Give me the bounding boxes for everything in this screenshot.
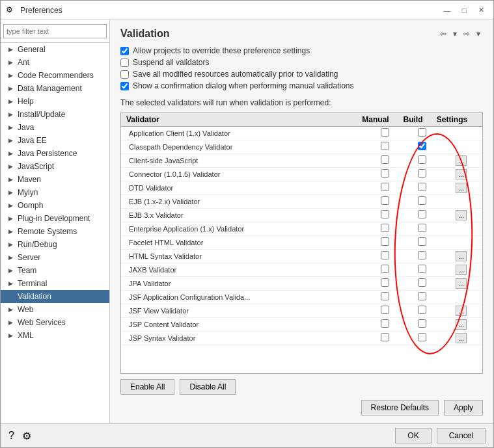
- sidebar-item-remote-systems[interactable]: ▶Remote Systems: [1, 225, 109, 238]
- sidebar-item-ant[interactable]: ▶Ant: [1, 56, 109, 69]
- sidebar-item-java[interactable]: ▶Java: [1, 121, 109, 134]
- back-button[interactable]: ⇦: [437, 28, 449, 40]
- manual-checkbox[interactable]: [381, 237, 389, 246]
- sidebar-item-run-debug[interactable]: ▶Run/Debug: [1, 238, 109, 251]
- build-checkbox[interactable]: [418, 155, 426, 164]
- build-checkbox[interactable]: [418, 319, 426, 328]
- build-checkbox[interactable]: [418, 142, 426, 150]
- manual-checkbox[interactable]: [381, 142, 389, 150]
- build-checkbox[interactable]: [418, 196, 426, 205]
- settings-button[interactable]: ...: [456, 183, 466, 193]
- settings-button[interactable]: ...: [456, 155, 466, 166]
- forward-button[interactable]: ⇨: [461, 28, 473, 40]
- nav-list: ▶General▶Ant▶Code Recommenders▶Data Mana…: [1, 43, 109, 423]
- settings-button[interactable]: ...: [456, 251, 466, 261]
- settings-icon[interactable]: ⚙: [22, 430, 31, 442]
- manual-checkbox[interactable]: [381, 155, 389, 164]
- checkbox-row-0: Allow projects to override these prefere…: [120, 46, 483, 55]
- build-checkbox[interactable]: [418, 169, 426, 178]
- table-header: Validator Manual Build Settings: [121, 113, 482, 127]
- sidebar-item-web[interactable]: ▶Web: [1, 303, 109, 316]
- cancel-button[interactable]: Cancel: [437, 428, 486, 443]
- settings-button[interactable]: ...: [456, 210, 466, 220]
- nav-arrow-icon: ▶: [8, 176, 15, 183]
- search-input[interactable]: [3, 24, 107, 38]
- sidebar-item-install-update[interactable]: ▶Install/Update: [1, 108, 109, 121]
- nav-arrow-icon: ▶: [8, 228, 15, 235]
- checkbox-row-3: Show a confirmation dialog when performi…: [120, 81, 483, 90]
- checkbox-row-2: Save all modified resources automaticall…: [120, 70, 483, 79]
- build-checkbox[interactable]: [418, 306, 426, 314]
- restore-defaults-button[interactable]: Restore Defaults: [361, 400, 439, 415]
- manual-checkbox[interactable]: [381, 333, 389, 341]
- settings-button[interactable]: ...: [456, 306, 466, 316]
- checkbox-1[interactable]: [120, 59, 129, 67]
- settings-button[interactable]: ...: [456, 265, 466, 275]
- manual-checkbox[interactable]: [381, 128, 389, 137]
- build-checkbox[interactable]: [418, 128, 426, 137]
- table-row: JSF Application Configuration Valida...: [121, 291, 482, 304]
- settings-cell: ...: [440, 306, 482, 316]
- sidebar-item-terminal[interactable]: ▶Terminal: [1, 277, 109, 290]
- sidebar-item-mylyn[interactable]: ▶Mylyn: [1, 186, 109, 199]
- sidebar-item-validation[interactable]: Validation: [1, 290, 109, 303]
- build-checkbox[interactable]: [418, 210, 426, 218]
- manual-checkbox[interactable]: [381, 251, 389, 259]
- settings-button[interactable]: ...: [456, 319, 466, 330]
- dropdown-button[interactable]: ▾: [450, 28, 460, 40]
- table-row: DTD Validator...: [121, 181, 482, 195]
- nav-arrow-icon: ▶: [8, 98, 15, 105]
- enable-all-button[interactable]: Enable All: [120, 379, 174, 395]
- sidebar-item-javascript[interactable]: ▶JavaScript: [1, 160, 109, 173]
- sidebar-item-java-ee[interactable]: ▶Java EE: [1, 134, 109, 147]
- build-checkbox[interactable]: [418, 224, 426, 232]
- sidebar-item-web-services[interactable]: ▶Web Services: [1, 316, 109, 329]
- settings-button[interactable]: ...: [456, 169, 466, 179]
- build-checkbox[interactable]: [418, 292, 426, 300]
- ok-button[interactable]: OK: [395, 428, 431, 443]
- sidebar-item-maven[interactable]: ▶Maven: [1, 173, 109, 186]
- sidebar-item-data-management[interactable]: ▶Data Management: [1, 82, 109, 95]
- sidebar-item-xml[interactable]: ▶XML: [1, 329, 109, 342]
- checkbox-2[interactable]: [120, 70, 129, 79]
- sidebar-item-code-recommenders[interactable]: ▶Code Recommenders: [1, 69, 109, 82]
- sidebar-item-plug-in-development[interactable]: ▶Plug-in Development: [1, 212, 109, 225]
- settings-button[interactable]: ...: [456, 278, 466, 289]
- apply-button[interactable]: Apply: [444, 400, 483, 415]
- sidebar-item-server[interactable]: ▶Server: [1, 251, 109, 264]
- build-checkbox[interactable]: [418, 251, 426, 259]
- manual-checkbox[interactable]: [381, 292, 389, 300]
- manual-checkbox[interactable]: [381, 196, 389, 205]
- build-checkbox[interactable]: [418, 278, 426, 287]
- manual-checkbox[interactable]: [381, 265, 389, 273]
- minimize-button[interactable]: —: [440, 3, 454, 18]
- build-checkbox[interactable]: [418, 183, 426, 191]
- build-checkbox[interactable]: [418, 265, 426, 273]
- nav-item-label: General: [18, 45, 46, 54]
- nav-arrow-icon: ▶: [8, 85, 15, 92]
- help-icon[interactable]: ?: [8, 430, 14, 442]
- sidebar-item-help[interactable]: ▶Help: [1, 95, 109, 108]
- maximize-button[interactable]: □: [457, 3, 471, 18]
- manual-checkbox[interactable]: [381, 210, 389, 218]
- build-checkbox[interactable]: [418, 237, 426, 246]
- checkbox-0[interactable]: [120, 47, 129, 55]
- build-checkbox-cell: [404, 128, 440, 138]
- forward-dropdown-button[interactable]: ▾: [474, 28, 483, 40]
- sidebar-item-team[interactable]: ▶Team: [1, 264, 109, 277]
- sidebar-item-general[interactable]: ▶General: [1, 43, 109, 56]
- close-button[interactable]: ✕: [474, 3, 488, 18]
- build-checkbox[interactable]: [418, 333, 426, 341]
- manual-checkbox[interactable]: [381, 183, 389, 191]
- manual-checkbox[interactable]: [381, 319, 389, 328]
- settings-button[interactable]: ...: [456, 333, 466, 343]
- disable-all-button[interactable]: Disable All: [180, 379, 236, 395]
- manual-checkbox[interactable]: [381, 306, 389, 314]
- manual-checkbox-cell: [365, 169, 404, 179]
- sidebar-item-oomph[interactable]: ▶Oomph: [1, 199, 109, 212]
- manual-checkbox[interactable]: [381, 278, 389, 287]
- manual-checkbox[interactable]: [381, 169, 389, 178]
- checkbox-3[interactable]: [120, 82, 129, 90]
- manual-checkbox[interactable]: [381, 224, 389, 232]
- sidebar-item-java-persistence[interactable]: ▶Java Persistence: [1, 147, 109, 160]
